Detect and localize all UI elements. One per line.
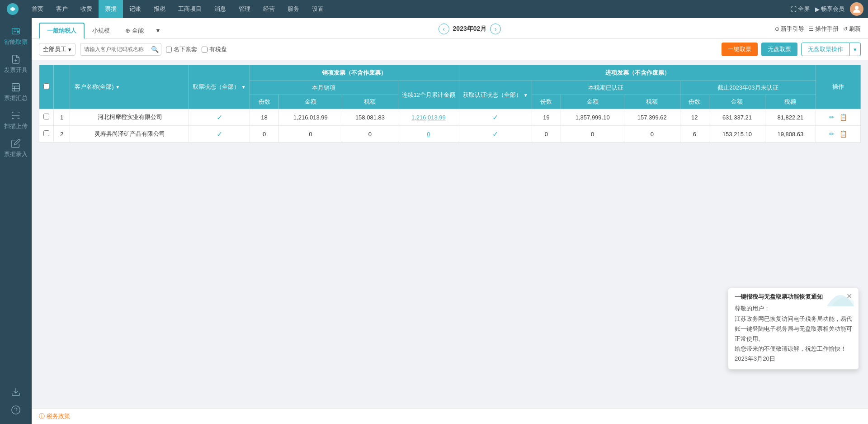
- nav-ticket[interactable]: 票据: [99, 0, 123, 18]
- row-month-amount: 0: [279, 126, 342, 143]
- notification-scroll: 尊敬的用户： 江苏政务网已恢复访问电子税务局功能，易代账一键登陆电子税务局与无盘…: [728, 304, 859, 369]
- chevron-down-icon: ▾: [68, 46, 71, 53]
- edit-btn[interactable]: ✏: [827, 113, 836, 122]
- row-client: 河北柯摩橙实业有限公司: [70, 109, 189, 126]
- row-client: 灵寿县尚泽矿产品有限公司: [70, 126, 189, 143]
- row-checkbox[interactable]: [43, 130, 49, 136]
- tab-more-dropdown[interactable]: ▼: [151, 24, 165, 37]
- nav-accounting[interactable]: 记账: [123, 0, 147, 18]
- svg-point-12: [12, 406, 20, 414]
- no-disk-ops-btn[interactable]: 无盘取票操作: [801, 43, 850, 56]
- has-disk-checkbox[interactable]: [202, 47, 208, 52]
- nav-operation[interactable]: 经营: [257, 0, 281, 18]
- svg-rect-6: [12, 84, 20, 91]
- nav-items: 首页 客户 收费 票据 记账 报税 工商项目 消息 管理 经营 服务 设置: [25, 0, 791, 18]
- member-btn[interactable]: ▶ 畅享会员: [815, 5, 844, 13]
- search-input[interactable]: [80, 43, 161, 56]
- new-guide-link[interactable]: ⊙ 新手引导: [775, 25, 804, 33]
- top-right-actions: ⊙ 新手引导 ☰ 操作手册 ↺ 刷新: [775, 25, 861, 37]
- one-click-ticket-btn[interactable]: 一键取票: [722, 43, 758, 56]
- th-action: 操作: [816, 65, 861, 109]
- nav-manage[interactable]: 管理: [232, 0, 257, 18]
- tab-general-taxpayer[interactable]: 一般纳税人: [39, 23, 85, 39]
- no-disk-ops-split-btn[interactable]: ▾: [850, 43, 861, 56]
- sidebar-item-summary[interactable]: 票据汇总: [1, 79, 30, 106]
- my-accounts-checkbox[interactable]: [166, 47, 172, 52]
- manual-link[interactable]: ☰ 操作手册: [809, 25, 839, 33]
- filter-cert-icon[interactable]: ▼: [524, 93, 528, 98]
- page-footer: ⓘ 税务政策: [32, 408, 868, 424]
- th-sales-amount: 金额: [279, 95, 342, 109]
- th-checkbox: [39, 65, 54, 109]
- tab-small-scale[interactable]: 小规模: [85, 23, 118, 38]
- select-all-checkbox[interactable]: [43, 83, 49, 89]
- sidebar-item-entry[interactable]: 票据录入: [1, 135, 30, 162]
- detail-btn[interactable]: 📋: [838, 129, 849, 138]
- date-prev-btn[interactable]: ‹: [439, 24, 449, 34]
- edit-btn[interactable]: ✏: [827, 129, 836, 138]
- date-next-btn[interactable]: ›: [490, 24, 501, 34]
- sidebar-item-invoice-issue[interactable]: 发票开具: [1, 51, 30, 78]
- toolbar-right: 一键取票 无盘取票 无盘取票操作 ▾: [722, 43, 861, 56]
- row-cert-tax: 0: [624, 126, 680, 143]
- th-sales-count: 份数: [250, 95, 279, 109]
- all-icon: ⊕: [125, 27, 130, 34]
- status-check-icon: ✓: [217, 114, 222, 121]
- row-cert-amount: 0: [561, 126, 624, 143]
- fullscreen-btn[interactable]: ⛶ 全屏: [791, 5, 810, 13]
- checkbox-has-disk[interactable]: 有税盘: [202, 45, 227, 53]
- row-cert-count: 0: [532, 126, 561, 143]
- nav-message[interactable]: 消息: [208, 0, 232, 18]
- row-cert-status: ✓: [459, 109, 532, 126]
- checkbox-my-accounts[interactable]: 名下账套: [166, 45, 197, 53]
- tab-all-in-one[interactable]: ⊕ 全能: [118, 23, 151, 38]
- employee-select[interactable]: 全部员工 ▾: [39, 43, 75, 56]
- svg-point-3: [17, 31, 19, 33]
- row-cert-status: ✓: [459, 126, 532, 143]
- row-month-tax: 158,081.83: [342, 109, 398, 126]
- cert-status-icon: ✓: [492, 130, 498, 138]
- row-status: ✓: [189, 109, 250, 126]
- notification-popup: 一键报税与无盘取票功能恢复通知 ✕ 尊敬的用户： 江苏政务网已恢复访问电子税务局…: [728, 288, 859, 370]
- filter-icon-status[interactable]: ▼: [241, 85, 246, 90]
- row-uncert-tax: 19,808.63: [765, 126, 816, 143]
- sidebar-download[interactable]: [1, 383, 30, 400]
- svg-point-1: [855, 6, 859, 10]
- th-month-sales: 本月销项: [250, 81, 398, 95]
- row-actions: ✏ 📋: [816, 126, 861, 143]
- top-navigation: 首页 客户 收费 票据 记账 报税 工商项目 消息 管理 经营 服务 设置 ⛶ …: [0, 0, 868, 18]
- filter-icon[interactable]: ▼: [115, 85, 120, 90]
- sidebar-item-scan[interactable]: 扫描上传: [1, 107, 30, 134]
- nav-client[interactable]: 客户: [50, 0, 74, 18]
- search-icon[interactable]: 🔍: [151, 46, 159, 53]
- refresh-link[interactable]: ↺ 刷新: [843, 25, 861, 33]
- tax-policy-link[interactable]: ⓘ 税务政策: [39, 412, 70, 420]
- sidebar-help[interactable]: [1, 401, 30, 419]
- th-cert-status: 获取认证状态（全部） ▼: [459, 81, 532, 109]
- cumulative-link[interactable]: 1,216,013.99: [411, 114, 446, 121]
- toolbar: 全部员工 ▾ 🔍 名下账套 有税盘 一键取票 无盘取票 无盘取票操作: [32, 39, 868, 60]
- user-avatar[interactable]: [850, 2, 863, 16]
- nav-business[interactable]: 工商项目: [172, 0, 208, 18]
- nav-home[interactable]: 首页: [25, 0, 50, 18]
- notification-line3: 给您带来的不便敬请谅解，祝您工作愉快！: [735, 344, 852, 354]
- cumulative-link[interactable]: 0: [427, 131, 430, 138]
- th-period-certified: 本税期已认证: [532, 81, 680, 95]
- notification-line2: 江苏政务网已恢复访问电子税务局功能，易代账一键登陆电子税务局与无盘取票相关功能可…: [735, 314, 852, 344]
- nav-service[interactable]: 服务: [281, 0, 306, 18]
- row-month-amount: 1,216,013.99: [279, 109, 342, 126]
- detail-btn[interactable]: 📋: [838, 113, 849, 122]
- sidebar-item-smart-ticket[interactable]: 智能取票: [1, 23, 30, 50]
- row-index: 2: [54, 126, 70, 143]
- th-index: [54, 65, 70, 109]
- nav-fee[interactable]: 收费: [74, 0, 99, 18]
- nav-tax[interactable]: 报税: [147, 0, 172, 18]
- no-disk-ticket-btn[interactable]: 无盘取票: [761, 43, 797, 56]
- th-uncert-tax: 税额: [765, 95, 816, 109]
- th-uncert-count: 份数: [680, 95, 709, 109]
- nav-settings[interactable]: 设置: [306, 0, 330, 18]
- table-row: 2 灵寿县尚泽矿产品有限公司 ✓ 0 0 0 0 ✓ 0 0 0 6 153,2…: [39, 126, 861, 143]
- row-cert-amount: 1,357,999.10: [561, 109, 624, 126]
- row-index: 1: [54, 109, 70, 126]
- row-checkbox[interactable]: [43, 114, 49, 119]
